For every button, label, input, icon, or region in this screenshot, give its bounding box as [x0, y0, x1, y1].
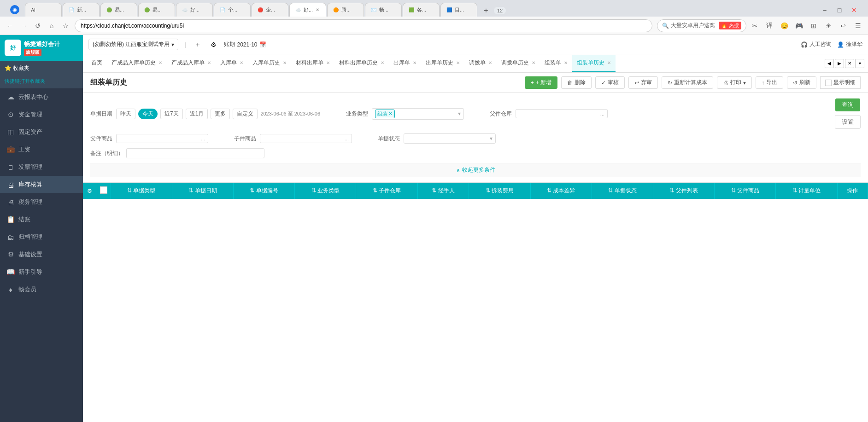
top-tab-assemble-hist-close[interactable]: ✕ — [607, 60, 611, 65]
sidebar-item-inventory[interactable]: 🖨 库存核算 — [0, 176, 83, 193]
user-menu[interactable]: 👤 徐泽华 — [837, 40, 862, 48]
minimize-btn[interactable]: − — [818, 4, 831, 17]
top-tab-production-in[interactable]: 产成品入库单 ✕ — [167, 55, 216, 72]
game-btn[interactable]: 🎮 — [792, 19, 805, 32]
sidebar-item-fixed-assets[interactable]: ◫ 固定资产 — [0, 123, 83, 141]
translate-btn[interactable]: 译 — [763, 19, 776, 32]
audit-btn[interactable]: ✓ 审核 — [595, 76, 625, 89]
top-tab-out-order[interactable]: 出库单 ✕ — [389, 55, 421, 72]
refresh-btn[interactable]: ↺ 刷新 — [787, 76, 816, 89]
help-btn[interactable]: 🎧 人工咨询 — [801, 40, 832, 48]
recalc-cost-btn[interactable]: ↻ 重新计算成本 — [662, 76, 713, 89]
top-tab-material-out-history[interactable]: 材料出库单历史 ✕ — [334, 55, 389, 72]
th-disassemble-cost[interactable]: ⇅ 拆装费用 — [469, 183, 530, 199]
browser-tab-3[interactable]: 🟢 易... — [100, 3, 137, 17]
top-tab-assemble[interactable]: 组装单 ✕ — [540, 55, 572, 72]
emoji-btn[interactable]: 😊 — [778, 19, 791, 32]
sidebar-bookmark-sub[interactable]: 快捷键打开收藏夹 — [0, 76, 83, 88]
date-today-btn[interactable]: 今天 — [138, 109, 158, 119]
add-company-btn[interactable]: + — [193, 40, 203, 50]
th-handler[interactable]: ⇅ 经手人 — [417, 183, 469, 199]
tab-controls[interactable]: + 12 — [480, 5, 506, 17]
top-tab-out-history[interactable]: 出库单历史 ✕ — [421, 55, 464, 72]
top-tab-transfer-close[interactable]: ✕ — [488, 60, 492, 65]
date-yesterday-btn[interactable]: 昨天 — [116, 109, 135, 119]
star-btn[interactable]: ☆ — [59, 19, 72, 32]
top-tab-out-order-close[interactable]: ✕ — [413, 60, 416, 65]
sidebar-item-tax[interactable]: 🖨 税务管理 — [0, 193, 83, 211]
top-tab-mat-out-close[interactable]: ✕ — [326, 60, 330, 65]
parent-item-more-btn[interactable]: ... — [201, 136, 205, 141]
sidebar-item-archive[interactable]: 🗂 归档管理 — [0, 228, 83, 246]
show-detail-checkbox[interactable]: 显示明细 — [820, 76, 861, 89]
browser-tab-11[interactable]: 🟩 各... — [403, 3, 440, 17]
tab-more-options[interactable]: ▾ — [855, 59, 864, 68]
brightness-btn[interactable]: ☀ — [822, 19, 835, 32]
business-type-input[interactable]: 组装 ✕ ▾ — [372, 108, 464, 120]
select-all-checkbox[interactable] — [100, 186, 107, 194]
parent-warehouse-more[interactable]: ... — [600, 111, 604, 116]
tab-scroll-right[interactable]: ▶ — [835, 59, 844, 68]
th-cost-diff[interactable]: ⇅ 成本差异 — [530, 183, 592, 199]
browser-tab-10[interactable]: ✉️ 畅... — [365, 3, 402, 17]
delete-btn[interactable]: 🗑 删除 — [561, 76, 592, 89]
th-bill-type[interactable]: ⇅ 单据类型 — [111, 183, 172, 199]
sidebar-item-member[interactable]: ♦ 畅会员 — [0, 281, 83, 298]
date-custom-btn[interactable]: 自定义 — [233, 109, 258, 119]
top-tab-transfer-history[interactable]: 调拨单历史 ✕ — [497, 55, 540, 72]
sidebar-bookmark[interactable]: ⭐ 收藏夹 — [0, 61, 83, 76]
sidebar-item-cloud-report[interactable]: ☁ 云报表中心 — [0, 88, 83, 106]
top-tab-production-in-history[interactable]: 产成品入库单历史 ✕ — [107, 55, 167, 72]
search-box[interactable]: 🔍 大量安卓用户逃离 🔥 热搜 — [657, 19, 746, 32]
top-tab-mat-out-hist-close[interactable]: ✕ — [381, 60, 384, 65]
browser-tab-5[interactable]: ☁️ 好... — [176, 3, 213, 17]
date-7days-btn[interactable]: 近7天 — [160, 109, 183, 119]
settings-gear-btn[interactable]: ⚙ — [208, 40, 218, 50]
top-tab-in-order-close[interactable]: ✕ — [240, 60, 243, 65]
th-parent-list[interactable]: ⇅ 父件列表 — [653, 183, 714, 199]
tab-close-current[interactable]: ✕ — [845, 59, 854, 68]
scissors-btn[interactable]: ✂ — [748, 19, 761, 32]
browser-tab-2[interactable]: 📄 新... — [63, 3, 100, 17]
add-btn[interactable]: + + 新增 — [525, 76, 557, 89]
undo-btn[interactable]: ↩ — [837, 19, 850, 32]
note-input[interactable] — [126, 148, 264, 158]
tab-8-close[interactable]: ✕ — [316, 7, 319, 12]
top-tab-transfer-hist-close[interactable]: ✕ — [532, 60, 535, 65]
query-btn[interactable]: 查询 — [835, 98, 860, 111]
browser-tab-4[interactable]: 🟢 易... — [138, 3, 175, 17]
parent-item-input[interactable]: ... — [116, 134, 208, 143]
browser-tab-8[interactable]: ☁️ 好... ✕ — [289, 3, 326, 17]
child-item-more-btn[interactable]: ... — [345, 136, 349, 141]
top-tab-in-hist-close[interactable]: ✕ — [283, 60, 287, 65]
child-item-input[interactable]: ... — [260, 134, 352, 143]
period-selector[interactable]: 账期 2021-10 📅 — [224, 40, 266, 48]
unaudit-btn[interactable]: ↩ 弃审 — [628, 76, 658, 89]
top-tab-in-history[interactable]: 入库单历史 ✕ — [248, 55, 291, 72]
th-bill-date[interactable]: ⇅ 单据日期 — [172, 183, 233, 199]
browser-tab-9[interactable]: 🟠 腾... — [327, 3, 364, 17]
window-controls[interactable]: − □ ✕ — [818, 4, 861, 17]
date-1month-btn[interactable]: 近1月 — [186, 109, 208, 119]
forward-btn[interactable]: → — [18, 19, 30, 32]
grid-btn[interactable]: ⊞ — [807, 19, 820, 32]
top-tab-home[interactable]: 首页 — [87, 55, 107, 72]
date-more-btn[interactable]: 更多 — [211, 109, 230, 119]
top-tab-assemble-close[interactable]: ✕ — [564, 60, 568, 65]
company-selector[interactable]: (勿删勿禁用) 江西服宝测试专用 ▾ — [88, 39, 178, 50]
print-btn[interactable]: 🖨 打印 ▾ — [717, 76, 752, 89]
filter-setting-btn[interactable]: 设置 — [835, 115, 861, 129]
close-btn[interactable]: ✕ — [848, 4, 861, 17]
browser-tab-6[interactable]: 📄 个... — [214, 3, 251, 17]
business-type-dropdown[interactable]: ▾ — [458, 110, 461, 117]
sidebar-item-salary[interactable]: 💼 工资 — [0, 141, 83, 158]
collapse-bar[interactable]: ∧ 收起更多条件 — [90, 163, 861, 177]
top-tab-in-order[interactable]: 入库单 ✕ — [216, 55, 248, 72]
th-checkbox[interactable] — [97, 183, 111, 199]
top-tab-transfer[interactable]: 调拨单 ✕ — [464, 55, 497, 72]
sidebar-item-settle[interactable]: 📋 结账 — [0, 211, 83, 228]
tab-scroll-left[interactable]: ◀ — [825, 59, 834, 68]
sidebar-item-settings[interactable]: ⚙ 基础设置 — [0, 246, 83, 263]
top-tab-material-out[interactable]: 材料出库单 ✕ — [291, 55, 334, 72]
browser-tab-12[interactable]: 🟦 目... — [440, 3, 477, 17]
